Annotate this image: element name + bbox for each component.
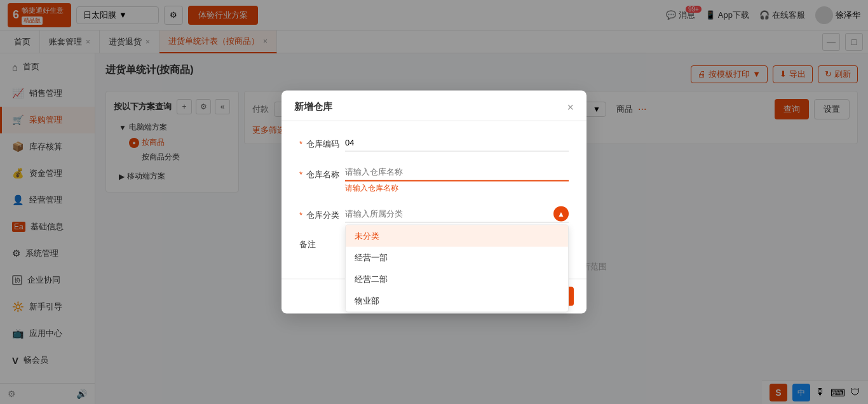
code-label: * 仓库编码	[299, 134, 345, 150]
code-label-text: 仓库编码	[306, 139, 339, 149]
category-dropdown: 未分类 经营一部 经营二部 物业部	[345, 224, 569, 312]
dropdown-item-0[interactable]: 未分类	[346, 225, 568, 246]
name-error-text: 请输入仓库名称	[345, 184, 398, 192]
category-label-text: 仓库分类	[306, 210, 339, 220]
category-input[interactable]	[345, 205, 553, 222]
dropdown-item-1[interactable]: 经营一部	[346, 246, 568, 268]
category-required-star: *	[299, 210, 302, 220]
modal-close-button[interactable]: ×	[567, 101, 574, 112]
modal-title: 新增仓库	[294, 101, 332, 113]
note-label: 备注	[299, 234, 345, 250]
name-label: * 仓库名称	[299, 165, 345, 180]
name-label-text: 仓库名称	[306, 170, 339, 179]
code-required-star: *	[299, 139, 302, 149]
name-required-star: *	[299, 170, 302, 179]
category-label: * 仓库分类	[299, 205, 345, 221]
note-label-text: 备注	[299, 239, 316, 249]
modal-header: 新增仓库 ×	[281, 91, 587, 121]
category-field-row: * 仓库分类 ▲ 未分类 经营一部 经营二部 物业部	[299, 205, 569, 223]
name-input[interactable]	[345, 163, 569, 182]
code-field-row: * 仓库编码	[299, 134, 569, 152]
category-select[interactable]: ▲	[345, 205, 569, 223]
dropdown-item-2[interactable]: 经营二部	[346, 268, 568, 290]
new-warehouse-modal: 新增仓库 × * 仓库编码 * 仓库名称 请输入仓库名称	[281, 91, 587, 314]
code-input[interactable]	[345, 134, 569, 152]
category-dropdown-arrow[interactable]: ▲	[553, 206, 569, 221]
name-field-row: * 仓库名称 请输入仓库名称	[299, 163, 569, 194]
dropdown-item-3[interactable]: 物业部	[346, 290, 568, 311]
modal-body: * 仓库编码 * 仓库名称 请输入仓库名称 * 仓库分类	[281, 121, 587, 279]
